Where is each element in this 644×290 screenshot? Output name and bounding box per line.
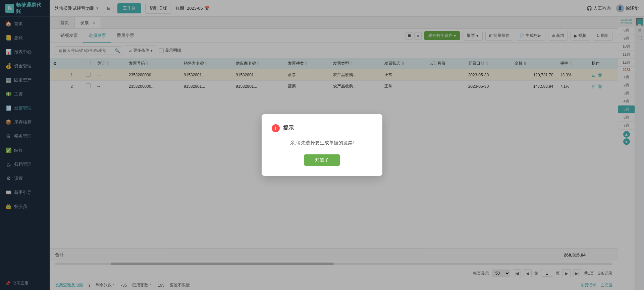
modal-overlay: ! 提示 亲,请先选择要生成单据的发票! 知道了: [0, 0, 644, 290]
warning-icon: !: [272, 124, 280, 132]
modal-footer: 知道了: [272, 154, 372, 166]
modal-ok-button[interactable]: 知道了: [304, 154, 340, 166]
modal-dialog: ! 提示 亲,请先选择要生成单据的发票! 知道了: [262, 114, 382, 176]
modal-body: 亲,请先选择要生成单据的发票!: [272, 139, 372, 146]
modal-title: 提示: [283, 125, 294, 132]
modal-header: ! 提示: [272, 124, 372, 132]
